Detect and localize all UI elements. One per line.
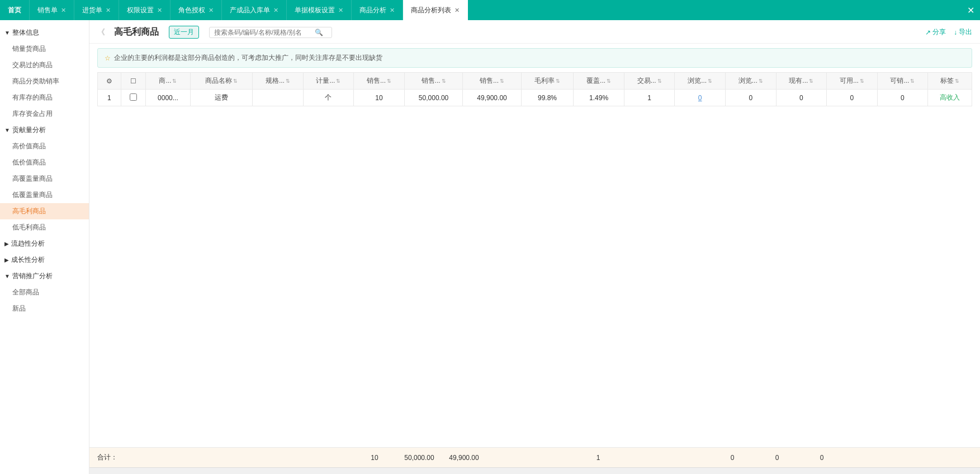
header-actions: ↗ 分享 ↓ 导出 xyxy=(925,27,972,37)
sidebar-group-overall-label: 整体信息 xyxy=(12,28,39,37)
sidebar-item-all-goods[interactable]: 全部商品 xyxy=(0,284,89,301)
export-button[interactable]: ↓ 导出 xyxy=(954,27,972,37)
row-gross-margin: 99.8% xyxy=(521,90,574,106)
table-header-row: ⚙ ☐ 商...⇅ 商品名称⇅ 规格...⇅ 计量...⇅ 销售...⇅ 销售.… xyxy=(98,73,972,90)
th-sales-qty[interactable]: 销售...⇅ xyxy=(354,73,405,90)
nav-tab-analysis-list[interactable]: 商品分析列表 ✕ xyxy=(403,0,468,20)
sidebar-item-high-value[interactable]: 高价值商品 xyxy=(0,138,89,154)
nav-tab-analysis-close[interactable]: ✕ xyxy=(390,7,395,14)
nav-tab-analysis-list-close[interactable]: ✕ xyxy=(455,7,460,14)
sidebar-group-contribution[interactable]: ▼ 贡献量分析 xyxy=(0,122,89,138)
search-icon[interactable]: 🔍 xyxy=(315,29,323,36)
close-all-button[interactable]: ✕ xyxy=(967,5,974,16)
th-sales-amt[interactable]: 销售...⇅ xyxy=(404,73,462,90)
sidebar-group-marketing-label: 营销推广分析 xyxy=(12,271,53,281)
nav-tab-permission-label: 权限设置 xyxy=(127,6,154,15)
nav-tab-sales-close[interactable]: ✕ xyxy=(61,7,66,14)
th-name[interactable]: 商品名称⇅ xyxy=(190,73,252,90)
nav-tab-permission-close[interactable]: ✕ xyxy=(157,7,162,14)
search-box[interactable]: 🔍 xyxy=(209,27,332,38)
row-checkbox[interactable] xyxy=(121,90,146,106)
nav-tab-template[interactable]: 单据模板设置 ✕ xyxy=(287,0,352,20)
chevron-down-icon-2: ▼ xyxy=(4,127,10,133)
sidebar-item-low-margin[interactable]: 低毛利商品 xyxy=(0,219,89,236)
chevron-down-icon-3: ▼ xyxy=(4,273,10,279)
th-saleable[interactable]: 可销...⇅ xyxy=(877,73,928,90)
chevron-right-icon: ▶ xyxy=(4,241,9,247)
th-transaction[interactable]: 交易...⇅ xyxy=(624,73,675,90)
sidebar-item-category-rate[interactable]: 商品分类助销率 xyxy=(0,73,89,90)
data-table: ⚙ ☐ 商...⇅ 商品名称⇅ 规格...⇅ 计量...⇅ 销售...⇅ 销售.… xyxy=(97,72,972,106)
search-input[interactable] xyxy=(214,29,315,36)
row-current-stock: 0 xyxy=(776,90,827,106)
th-tag[interactable]: 标签⇅ xyxy=(928,73,972,90)
nav-tab-purchase-label: 进货单 xyxy=(82,6,102,15)
footer-cell-current: 0 xyxy=(710,454,755,462)
top-navigation: 首页 销售单 ✕ 进货单 ✕ 权限设置 ✕ 角色授权 ✕ 产成品入库单 ✕ 单据… xyxy=(0,0,980,20)
star-icon: ☆ xyxy=(105,54,111,62)
sidebar-group-growth[interactable]: ▶ 成长性分析 xyxy=(0,252,89,268)
sidebar-item-high-margin[interactable]: 高毛利商品 xyxy=(0,203,89,219)
nav-tab-analysis-label: 商品分析 xyxy=(359,6,386,15)
info-bar: ☆ 企业的主要的利润都是这部分商品创造的，可考虑加大推广，同时关注库存是不要出现… xyxy=(97,48,972,68)
page-title: 高毛利商品 xyxy=(114,26,159,38)
nav-tab-role-label: 角色授权 xyxy=(178,6,205,15)
nav-tab-purchase-close[interactable]: ✕ xyxy=(106,7,111,14)
th-coverage[interactable]: 覆盖...⇅ xyxy=(574,73,624,90)
sidebar-item-sales-goods[interactable]: 销量货商品 xyxy=(0,41,89,57)
nav-tab-template-close[interactable]: ✕ xyxy=(338,7,343,14)
th-spec[interactable]: 规格...⇅ xyxy=(253,73,304,90)
row-code: 0000... xyxy=(146,90,191,106)
footer-cell-saleable: 0 xyxy=(799,454,844,462)
sidebar-group-overall[interactable]: ▼ 整体信息 xyxy=(0,25,89,41)
nav-tab-sales[interactable]: 销售单 ✕ xyxy=(30,0,74,20)
th-checkbox[interactable]: ☐ xyxy=(121,73,146,90)
info-text: 企业的主要的利润都是这部分商品创造的，可考虑加大推广，同时关注库存是不要出现缺货 xyxy=(114,53,382,63)
nav-tab-analysis[interactable]: 商品分析 ✕ xyxy=(352,0,403,20)
th-gross-margin[interactable]: 毛利率⇅ xyxy=(521,73,574,90)
sidebar-group-growth-label: 成长性分析 xyxy=(11,255,45,265)
row-tag: 高收入 xyxy=(928,90,972,106)
sidebar-item-low-coverage[interactable]: 低覆盖量商品 xyxy=(0,187,89,203)
nav-tab-permission[interactable]: 权限设置 ✕ xyxy=(119,0,171,20)
export-icon: ↓ xyxy=(954,29,957,36)
period-button[interactable]: 近一月 xyxy=(169,26,199,39)
row-browse2: 0 xyxy=(725,90,776,106)
main-layout: ▼ 整体信息 销量货商品 交易过的商品 商品分类助销率 有库存的商品 库存资金占… xyxy=(0,20,980,474)
th-unit[interactable]: 计量...⇅ xyxy=(303,73,354,90)
chevron-right-icon-2: ▶ xyxy=(4,257,9,263)
nav-tab-finished[interactable]: 产成品入库单 ✕ xyxy=(222,0,287,20)
th-code[interactable]: 商...⇅ xyxy=(146,73,191,90)
collapse-button[interactable]: 《 xyxy=(97,27,105,37)
th-browse1[interactable]: 浏览...⇅ xyxy=(675,73,726,90)
nav-tab-role-close[interactable]: ✕ xyxy=(209,7,214,14)
th-sales-cost[interactable]: 销售...⇅ xyxy=(463,73,521,90)
horizontal-scrollbar[interactable] xyxy=(89,467,980,474)
nav-tab-template-label: 单据模板设置 xyxy=(295,6,335,15)
sidebar-item-low-value[interactable]: 低价值商品 xyxy=(0,154,89,171)
sidebar-item-new-goods[interactable]: 新品 xyxy=(0,301,89,317)
sidebar-item-traded-goods[interactable]: 交易过的商品 xyxy=(0,57,89,73)
sidebar: ▼ 整体信息 销量货商品 交易过的商品 商品分类助销率 有库存的商品 库存资金占… xyxy=(0,20,89,474)
nav-tab-purchase[interactable]: 进货单 ✕ xyxy=(74,0,119,20)
th-settings[interactable]: ⚙ xyxy=(98,73,121,90)
footer-cell-avail: 0 xyxy=(755,454,799,462)
row-browse1[interactable]: 0 xyxy=(675,90,726,106)
sidebar-group-marketing[interactable]: ▼ 营销推广分析 xyxy=(0,268,89,284)
sidebar-group-trend[interactable]: ▶ 流趋性分析 xyxy=(0,236,89,252)
content-header: 《 高毛利商品 近一月 🔍 ↗ 分享 ↓ 导出 xyxy=(89,20,980,44)
row-index: 1 xyxy=(98,90,121,106)
nav-tab-role[interactable]: 角色授权 ✕ xyxy=(171,0,222,20)
row-name: 运费 xyxy=(190,90,252,106)
share-button[interactable]: ↗ 分享 xyxy=(925,27,946,37)
row-sales-qty: 10 xyxy=(354,90,405,106)
th-browse2[interactable]: 浏览...⇅ xyxy=(725,73,776,90)
nav-tab-finished-close[interactable]: ✕ xyxy=(273,7,278,14)
th-available[interactable]: 可用...⇅ xyxy=(827,73,878,90)
sidebar-item-in-stock[interactable]: 有库存的商品 xyxy=(0,90,89,106)
sidebar-item-stock-capital[interactable]: 库存资金占用 xyxy=(0,106,89,122)
nav-tab-home[interactable]: 首页 xyxy=(0,0,30,20)
th-current-stock[interactable]: 现有...⇅ xyxy=(776,73,827,90)
share-icon: ↗ xyxy=(925,29,931,36)
sidebar-item-high-coverage[interactable]: 高覆盖量商品 xyxy=(0,171,89,187)
